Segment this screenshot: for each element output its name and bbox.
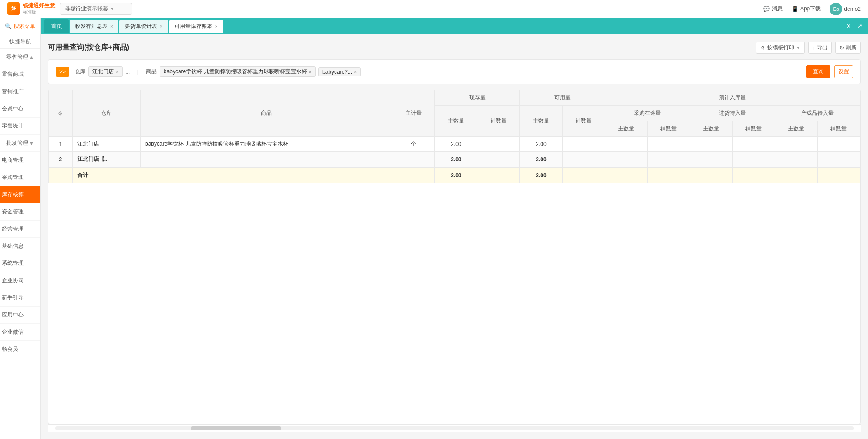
sidebar-item-app-center[interactable]: 应用中心	[0, 307, 40, 324]
goods-tag-1-text: babycare学饮杯 儿童防摔防撞吸管杯重力球吸嘴杯宝宝水杯	[164, 68, 307, 76]
sidebar-item-system[interactable]: 系统管理	[0, 255, 40, 272]
tab-home[interactable]: 首页	[44, 19, 69, 33]
row-produced-main	[775, 137, 817, 152]
logo-sub: 标准版	[23, 9, 55, 15]
query-label: 查询	[813, 68, 824, 76]
row-incoming-aux	[732, 152, 775, 168]
content-area: 首页 收发存汇总表 × 要货单统计表 × 可用量库存账本 × × ⤢	[41, 18, 868, 439]
row-purchase-aux	[647, 152, 690, 168]
tab-order-stats[interactable]: 要货单统计表 ×	[119, 20, 168, 33]
col-purchase-main-header: 主数量	[605, 121, 647, 137]
footer-produced-aux	[817, 167, 860, 183]
close-icon[interactable]: ×	[215, 24, 218, 29]
row-unit	[392, 152, 435, 168]
message-icon: 💬	[763, 6, 770, 12]
settings-icon: ⚙	[58, 110, 63, 117]
scroll-track[interactable]	[55, 426, 854, 430]
col-goods-header: 商品	[140, 90, 392, 137]
logo-icon: 好	[7, 2, 20, 15]
user-area[interactable]: Ea demo2	[830, 3, 861, 15]
col-incoming-aux-header: 辅数量	[732, 121, 775, 137]
sidebar-item-retail-stats[interactable]: 零售统计	[0, 118, 40, 135]
goods-filter-group: 商品 babycare学饮杯 儿童防摔防撞吸管杯重力球吸嘴杯宝宝水杯 × bab…	[146, 66, 361, 77]
sidebar-item-retail-management[interactable]: 零售管理 ▲	[0, 49, 40, 66]
maximize-icon[interactable]: ⤢	[855, 23, 864, 30]
col-settings[interactable]: ⚙	[49, 90, 73, 137]
close-all-button[interactable]: ×	[845, 22, 853, 30]
export-button[interactable]: ↑ 导出	[808, 42, 832, 54]
chevron-up-icon: ▲	[29, 54, 34, 61]
sidebar-item-inventory[interactable]: 库存核算	[0, 186, 40, 203]
query-button[interactable]: 查询	[806, 65, 830, 78]
col-current-main-header: 主数量	[435, 106, 477, 137]
row-purchase-main	[605, 152, 647, 168]
sidebar-item-finance[interactable]: 资金管理	[0, 203, 40, 221]
row-index: 2	[49, 152, 73, 168]
warehouse-filter-label: 仓库	[75, 68, 85, 76]
search-icon: 🔍	[5, 23, 12, 29]
sidebar-item-wechat[interactable]: 企业微信	[0, 324, 40, 341]
sidebar-item-marketing[interactable]: 营销推广	[0, 83, 40, 100]
table-footer-row: 合计 2.00 2.00	[49, 167, 860, 183]
warehouse-more[interactable]: ...	[125, 69, 130, 75]
sidebar-item-newbie[interactable]: 新手引导	[0, 289, 40, 307]
col-incoming-label-header: 进货待入量	[690, 106, 775, 121]
col-purchase-label-header: 采购在途量	[605, 106, 690, 121]
industry-selector[interactable]: 母婴行业演示账套 ▼	[60, 3, 132, 15]
sidebar-item-label: 库存核算	[2, 191, 24, 198]
tab-receivable-summary[interactable]: 收发存汇总表 ×	[70, 20, 118, 33]
footer-incoming-aux	[732, 167, 775, 183]
sidebar-item-basic-info[interactable]: 基础信息	[0, 238, 40, 255]
inventory-table-container: ⚙ 仓库 商品 主计量 现存量	[48, 90, 861, 424]
message-action[interactable]: 💬 消息	[763, 5, 783, 13]
sidebar-item-operations[interactable]: 经营管理	[0, 221, 40, 238]
sidebar-search[interactable]: 🔍 搜索菜单	[0, 18, 40, 35]
filter-area: >> 仓库 江北门店 × ... | 商品 babycare学饮杯 儿童防摔防撞…	[48, 59, 861, 84]
warehouse-tag-close-button[interactable]: ×	[116, 69, 118, 75]
goods-filter-label: 商品	[146, 68, 157, 76]
sidebar-item-label: 零售管理	[6, 53, 28, 61]
col-incoming-main-header: 主数量	[690, 121, 732, 137]
sidebar-item-vip[interactable]: 畅会员	[0, 341, 40, 358]
footer-empty	[49, 167, 73, 183]
refresh-button[interactable]: ↻ 刷新	[835, 42, 861, 54]
filter-actions: 查询 设置	[806, 65, 853, 78]
sidebar-item-retail-mall[interactable]: 零售商城	[0, 66, 40, 83]
close-icon[interactable]: ×	[110, 24, 113, 29]
sidebar-item-label: 系统管理	[2, 260, 24, 267]
filter-toggle-button[interactable]: >>	[56, 67, 69, 77]
top-bar-right: 💬 消息 📱 App下载 Ea demo2	[763, 3, 861, 15]
goods-tag-1-close-button[interactable]: ×	[309, 69, 311, 75]
sidebar-item-wholesale[interactable]: 批发管理 ▼	[0, 135, 40, 152]
sidebar-quick-nav[interactable]: 快捷导航	[0, 35, 40, 49]
sidebar-item-ecommerce[interactable]: 电商管理	[0, 152, 40, 169]
scroll-thumb[interactable]	[191, 426, 281, 430]
sidebar-item-label: 应用中心	[2, 311, 24, 319]
tab-bar-controls: × ⤢	[845, 22, 864, 30]
chevron-down-icon: ▼	[29, 140, 34, 146]
col-current-aux-header: 辅数量	[477, 106, 520, 137]
warehouse-tag: 江北门店 ×	[88, 66, 123, 77]
print-template-button[interactable]: 🖨 按模板打印 ▼	[756, 42, 805, 54]
row-current-main: 2.00	[435, 152, 477, 168]
goods-tag-2-close-button[interactable]: ×	[354, 69, 357, 75]
print-icon: 🖨	[760, 45, 765, 51]
app-download-action[interactable]: 📱 App下载	[792, 5, 821, 13]
tab-label: 可用量库存账本	[175, 23, 212, 30]
settings-button[interactable]: 设置	[834, 65, 853, 78]
col-produced-label-header: 产成品待入量	[775, 106, 860, 121]
col-produced-aux-header: 辅数量	[817, 121, 860, 137]
sidebar-item-label: 会员中心	[2, 105, 24, 113]
main-layout: 🔍 搜索菜单 快捷导航 零售管理 ▲ 零售商城 营销推广 会员中心 零售统计 批…	[0, 18, 868, 439]
sidebar-item-members[interactable]: 会员中心	[0, 100, 40, 118]
top-bar: 好 畅捷通好生意 标准版 母婴行业演示账套 ▼ 💬 消息 📱 App下载 Ea …	[0, 0, 868, 18]
page-content: 可用量查询(按仓库+商品) 🖨 按模板打印 ▼ ↑ 导出 ↻ 刷新	[41, 34, 868, 439]
sidebar-item-enterprise[interactable]: 企业协同	[0, 272, 40, 289]
sidebar-item-label: 营销推广	[2, 88, 24, 95]
close-icon[interactable]: ×	[160, 24, 163, 29]
page-header: 可用量查询(按仓库+商品) 🖨 按模板打印 ▼ ↑ 导出 ↻ 刷新	[48, 42, 861, 54]
col-avail-aux-header: 辅数量	[562, 106, 605, 137]
sidebar-item-procurement[interactable]: 采购管理	[0, 169, 40, 186]
sidebar-nav-label: 快捷导航	[9, 38, 31, 45]
tab-available-inventory[interactable]: 可用量库存账本 ×	[169, 20, 223, 33]
